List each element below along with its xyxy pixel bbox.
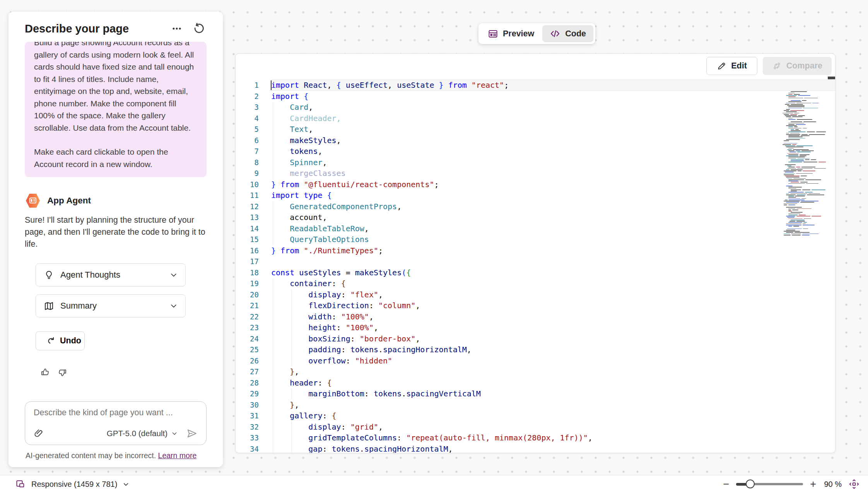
user-prompt-bubble: Build a page showing Account records as … bbox=[25, 42, 207, 177]
composer: GPT-5.0 (default) bbox=[25, 401, 207, 445]
code-line[interactable]: 15 QueryTableOptions bbox=[236, 234, 835, 245]
code-line[interactable]: 16} from "./RuntimeTypes"; bbox=[236, 245, 835, 256]
app-agent-icon bbox=[25, 193, 41, 208]
thumbs-up-icon bbox=[40, 367, 51, 378]
zoom-slider[interactable] bbox=[736, 479, 803, 489]
preview-tab[interactable]: Preview bbox=[480, 25, 542, 42]
thumbs-down-icon bbox=[57, 367, 67, 378]
code-line[interactable]: 5 Text, bbox=[236, 124, 835, 135]
code-line[interactable]: 2import { bbox=[236, 91, 835, 102]
prompt-input[interactable] bbox=[34, 408, 198, 418]
more-options-button[interactable] bbox=[169, 21, 184, 36]
code-line[interactable]: 33 gridTemplateColumns: "repeat(auto-fil… bbox=[236, 432, 835, 444]
disclaimer-text: AI-generated content may be incorrect. bbox=[26, 451, 158, 460]
zoom-in-button[interactable]: + bbox=[809, 479, 817, 490]
map-icon bbox=[44, 301, 54, 311]
code-line[interactable]: 29 marginBottom: tokens.spacingVerticalM bbox=[236, 388, 835, 399]
line-number: 3 bbox=[236, 102, 259, 113]
device-label: Responsive (1459 x 781) bbox=[31, 480, 117, 489]
line-number: 11 bbox=[236, 190, 259, 201]
minimap[interactable] bbox=[783, 82, 826, 245]
code-tab-label: Code bbox=[565, 29, 586, 39]
app-screen: Describe your page Build a page showing … bbox=[0, 0, 868, 493]
zoom-slider-knob[interactable] bbox=[746, 479, 755, 488]
code-line[interactable]: 19 container: { bbox=[236, 278, 835, 289]
code-line[interactable]: 22 width: "100%", bbox=[236, 311, 835, 322]
code-line[interactable]: 27 }, bbox=[236, 366, 835, 377]
line-number: 19 bbox=[236, 278, 259, 289]
edit-button-label: Edit bbox=[731, 61, 747, 71]
code-line[interactable]: 3 Card, bbox=[236, 102, 835, 113]
code-editor[interactable]: 1import React, { useEffect, useState } f… bbox=[236, 80, 835, 453]
learn-more-link[interactable]: Learn more bbox=[158, 451, 197, 460]
code-line[interactable]: 9 mergeClasses bbox=[236, 168, 835, 179]
code-line[interactable]: 28 header: { bbox=[236, 377, 835, 389]
code-line[interactable]: 13 account, bbox=[236, 212, 835, 223]
code-line[interactable]: 8 Spinner, bbox=[236, 157, 835, 168]
code-line[interactable]: 31 gallery: { bbox=[236, 410, 835, 421]
accordion-agent-thoughts[interactable]: Agent Thoughts bbox=[36, 263, 186, 287]
code-line[interactable]: 32 display: "grid", bbox=[236, 421, 835, 433]
undo-button[interactable]: Undo bbox=[36, 331, 85, 350]
panel-header: Describe your page bbox=[25, 21, 207, 36]
line-number: 23 bbox=[236, 322, 259, 333]
code-line[interactable]: 1import React, { useEffect, useState } f… bbox=[236, 80, 835, 91]
code-tab[interactable]: Code bbox=[542, 25, 593, 42]
scrollbar-thumb[interactable] bbox=[828, 77, 836, 79]
ai-disclaimer: AI-generated content may be incorrect. L… bbox=[26, 451, 207, 460]
line-number: 34 bbox=[236, 444, 259, 454]
zoom-out-button[interactable]: − bbox=[722, 479, 730, 490]
thumbs-down-button[interactable] bbox=[57, 367, 67, 378]
code-panel: Edit Compare 1import React, { useEffect,… bbox=[235, 53, 836, 453]
model-selector[interactable]: GPT-5.0 (default) bbox=[104, 428, 180, 438]
line-number: 22 bbox=[236, 311, 259, 322]
code-line[interactable]: 24 boxSizing: "border-box", bbox=[236, 333, 835, 345]
device-selector[interactable]: Responsive (1459 x 781) bbox=[13, 475, 132, 493]
code-line[interactable]: 21 flexDirection: "column", bbox=[236, 300, 835, 311]
code-line[interactable]: 7 tokens, bbox=[236, 146, 835, 157]
code-line[interactable]: 34 gap: tokens.spacingHorizontalM, bbox=[236, 444, 835, 454]
code-line[interactable]: 23 height: "100%", bbox=[236, 322, 835, 333]
code-line[interactable]: 11import type { bbox=[236, 190, 835, 201]
accordion-summary[interactable]: Summary bbox=[36, 294, 186, 317]
line-number: 17 bbox=[236, 256, 259, 267]
code-line[interactable]: 17 bbox=[236, 256, 835, 267]
responsive-icon bbox=[15, 479, 26, 490]
code-line[interactable]: 30 }, bbox=[236, 399, 835, 411]
code-line[interactable]: 18const useStyles = makeStyles({ bbox=[236, 267, 835, 278]
panel-title: Describe your page bbox=[25, 22, 162, 35]
more-icon bbox=[171, 23, 183, 34]
agent-header: App Agent bbox=[25, 193, 207, 208]
pencil-icon bbox=[717, 61, 726, 71]
line-number: 33 bbox=[236, 432, 259, 444]
agent-name: App Agent bbox=[47, 196, 91, 206]
attach-button[interactable] bbox=[34, 428, 44, 439]
code-line[interactable]: 10} from "@fluentui/react-components"; bbox=[236, 179, 835, 190]
code-icon bbox=[550, 28, 560, 39]
line-number: 18 bbox=[236, 267, 259, 278]
undo-icon bbox=[46, 336, 56, 346]
code-line[interactable]: 26 overflow: "hidden" bbox=[236, 355, 835, 367]
thumbs-up-button[interactable] bbox=[40, 367, 51, 378]
code-line[interactable]: 14 ReadableTableRow, bbox=[236, 223, 835, 234]
zoom-controls: − + 90 % bbox=[722, 475, 859, 493]
send-button[interactable] bbox=[186, 428, 198, 439]
line-number: 2 bbox=[236, 91, 259, 102]
agent-message: Sure! I'll start by planning the structu… bbox=[25, 214, 207, 250]
line-number: 13 bbox=[236, 212, 259, 223]
compare-icon bbox=[772, 61, 782, 71]
preview-icon bbox=[488, 29, 498, 39]
line-number: 26 bbox=[236, 355, 259, 367]
fit-to-screen-button[interactable] bbox=[849, 479, 859, 490]
code-line[interactable]: 20 display: "flex", bbox=[236, 289, 835, 300]
code-line[interactable]: 12 GeneratedComponentProps, bbox=[236, 201, 835, 212]
edit-button[interactable]: Edit bbox=[706, 57, 757, 75]
code-line[interactable]: 6 makeStyles, bbox=[236, 135, 835, 146]
prompt-paragraph-2: Make each card clickable to open the Acc… bbox=[34, 146, 197, 170]
code-line[interactable]: 4 CardHeader, bbox=[236, 113, 835, 124]
restart-button[interactable] bbox=[191, 21, 207, 36]
line-number: 25 bbox=[236, 344, 259, 355]
line-number: 4 bbox=[236, 113, 259, 124]
code-line[interactable]: 25 padding: tokens.spacingHorizontalM, bbox=[236, 344, 835, 355]
prompt-paragraph-1: gallery of cards using modern look & fee… bbox=[34, 49, 197, 134]
